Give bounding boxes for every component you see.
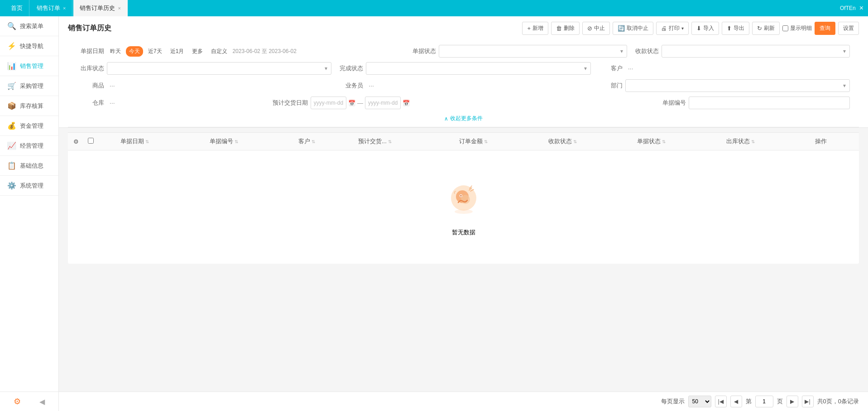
- date-btn-yesterday[interactable]: 昨天: [107, 46, 124, 57]
- filter-salesperson-item: 业务员 ···: [336, 81, 590, 90]
- add-button[interactable]: + 新增: [522, 22, 548, 35]
- filter-area: 单据日期 昨天 今天 近7天 近1月 更多 自定义 2023-06-02 至 2…: [68, 40, 859, 127]
- order-status-select[interactable]: ▾: [439, 45, 627, 58]
- outbound-status-select[interactable]: ▾: [107, 62, 331, 75]
- sidebar-item-operation[interactable]: 📈 经营管理: [0, 136, 58, 156]
- top-bar-close[interactable]: ×: [859, 4, 863, 12]
- stop-button[interactable]: ⊘ 中止: [582, 22, 610, 35]
- display-detail-checkbox[interactable]: [782, 25, 788, 31]
- data-table: ⚙ 单据日期 ⇅ 单据编号: [68, 132, 859, 264]
- setting-button[interactable]: 设置: [838, 22, 859, 35]
- completion-status-select[interactable]: ▾: [366, 62, 590, 75]
- svg-point-1: [455, 209, 473, 214]
- sidebar-bottom: ⚙ ◀: [0, 392, 58, 411]
- last-page-button[interactable]: ▶|: [802, 396, 814, 407]
- sidebar-settings-icon[interactable]: ⚙: [14, 396, 21, 406]
- table-body: 暂无数据: [68, 150, 859, 264]
- date-btn-1month[interactable]: 近1月: [167, 46, 187, 57]
- sort-order-date-icon[interactable]: ⇅: [145, 139, 149, 144]
- customer-more-dots[interactable]: ···: [625, 64, 636, 73]
- department-select[interactable]: ▾: [625, 79, 850, 92]
- tab-sales-order-history[interactable]: 销售订单历史 ×: [73, 0, 127, 16]
- sidebar-item-quick-nav[interactable]: ⚡ 快捷导航: [0, 36, 58, 56]
- print-button[interactable]: 🖨 打印 ▾: [656, 22, 689, 35]
- table-area: ⚙ 单据日期 ⇅ 单据编号: [59, 128, 868, 392]
- sidebar-item-finance[interactable]: 💰 资金管理: [0, 116, 58, 136]
- tab-sales-order[interactable]: 销售订单 ×: [30, 0, 72, 16]
- sort-payment-status-icon[interactable]: ⇅: [573, 139, 577, 144]
- first-page-button[interactable]: |◀: [715, 396, 727, 407]
- sort-expected-delivery-icon[interactable]: ⇅: [388, 139, 392, 144]
- collapse-text: 收起更多条件: [450, 115, 483, 122]
- sidebar-collapse-icon[interactable]: ◀: [39, 397, 45, 406]
- next-page-button[interactable]: ▶: [786, 396, 798, 407]
- delete-icon: 🗑: [556, 25, 562, 32]
- date-btn-more[interactable]: 更多: [189, 46, 206, 57]
- th-operation: 操作: [811, 133, 859, 150]
- delivery-date-start[interactable]: yyyy-mm-dd: [311, 97, 346, 109]
- import-button[interactable]: ⬇ 导入: [691, 22, 719, 35]
- sort-order-amount-icon[interactable]: ⇅: [484, 139, 488, 144]
- sidebar-item-operation-label: 经营管理: [20, 142, 43, 150]
- tab-sales-order-history-close[interactable]: ×: [118, 5, 120, 11]
- salesperson-more-dots[interactable]: ···: [366, 81, 377, 90]
- export-button[interactable]: ⬆ 导出: [722, 22, 749, 35]
- export-icon: ⬆: [727, 25, 732, 32]
- table-settings-icon[interactable]: ⚙: [73, 138, 79, 145]
- delivery-date-end[interactable]: yyyy-mm-dd: [365, 97, 401, 109]
- delete-button[interactable]: 🗑 删除: [551, 22, 580, 35]
- display-detail-label: 显示明细: [790, 24, 812, 32]
- cancel-stop-label: 取消中止: [627, 24, 648, 32]
- sidebar-item-system-mgmt[interactable]: ⚙️ 系统管理: [0, 176, 58, 196]
- sidebar-item-quick-nav-label: 快捷导航: [20, 42, 43, 50]
- sidebar-item-system-mgmt-label: 系统管理: [20, 182, 43, 190]
- sort-outbound-status-icon[interactable]: ⇅: [751, 139, 755, 144]
- filter-customer-item: 客户 ···: [595, 64, 850, 73]
- filter-customer-control: ···: [625, 64, 850, 73]
- th-payment-status-label: 收款状态: [548, 137, 572, 145]
- th-order-date: 单据日期 ⇅: [117, 133, 206, 150]
- cancel-stop-button[interactable]: 🔄 取消中止: [613, 22, 653, 35]
- filter-date-label: 单据日期: [77, 47, 104, 55]
- sidebar-item-search-menu-label: 搜索菜单: [20, 22, 43, 30]
- table-head: ⚙ 单据日期 ⇅ 单据编号: [68, 133, 859, 150]
- product-more-dots[interactable]: ···: [107, 81, 118, 90]
- sort-order-no-icon[interactable]: ⇅: [235, 139, 238, 144]
- top-bar-often[interactable]: OfTEn: [840, 5, 856, 11]
- date-btn-custom[interactable]: 自定义: [208, 46, 230, 57]
- export-label: 导出: [734, 24, 744, 32]
- sort-customer-icon[interactable]: ⇅: [312, 139, 315, 144]
- sort-order-status-icon[interactable]: ⇅: [662, 139, 666, 144]
- page-size-select[interactable]: 50 10 20 100: [688, 396, 711, 407]
- calendar-start-icon[interactable]: 📅: [348, 100, 355, 106]
- filter-outbound-item: 出库状态 ▾: [77, 62, 331, 75]
- sidebar-item-search-menu[interactable]: 🔍 搜索菜单: [0, 16, 58, 36]
- empty-illustration: [441, 178, 486, 223]
- total-text: 共0页，0条记录: [817, 397, 859, 406]
- sidebar-item-inventory[interactable]: 📦 库存核算: [0, 96, 58, 116]
- tab-home[interactable]: 首页: [5, 0, 29, 16]
- import-icon: ⬇: [696, 25, 701, 32]
- prev-page-button[interactable]: ◀: [730, 396, 742, 407]
- basic-info-icon: 📋: [7, 161, 16, 170]
- filter-order-status-control: ▾: [439, 45, 627, 58]
- payment-status-select[interactable]: ▾: [662, 45, 850, 58]
- th-order-amount-label: 订单金额: [459, 137, 483, 145]
- page-number-input[interactable]: [755, 396, 773, 407]
- date-btn-7days[interactable]: 近7天: [145, 46, 165, 57]
- filter-payment-status-item: 收款状态 ▾: [632, 45, 850, 58]
- sidebar-item-basic-info[interactable]: 📋 基础信息: [0, 156, 58, 176]
- date-btn-today[interactable]: 今天: [126, 46, 143, 57]
- chevron-up-icon: ∧: [444, 116, 448, 122]
- warehouse-more-dots[interactable]: ···: [107, 98, 118, 107]
- select-all-checkbox[interactable]: [88, 138, 94, 144]
- collapse-bar[interactable]: ∧ 收起更多条件: [77, 114, 850, 122]
- order-no-input[interactable]: [689, 97, 850, 109]
- calendar-end-icon[interactable]: 📅: [403, 100, 410, 106]
- query-button[interactable]: 查询: [815, 22, 835, 35]
- th-expected-delivery: 预计交货... ⇅: [355, 133, 456, 150]
- sidebar-item-purchase-mgmt[interactable]: 🛒 采购管理: [0, 76, 58, 96]
- tab-sales-order-close[interactable]: ×: [63, 5, 66, 11]
- sidebar-item-sales-mgmt[interactable]: 📊 销售管理: [0, 56, 58, 76]
- refresh-button[interactable]: ↻ 刷新: [752, 22, 780, 35]
